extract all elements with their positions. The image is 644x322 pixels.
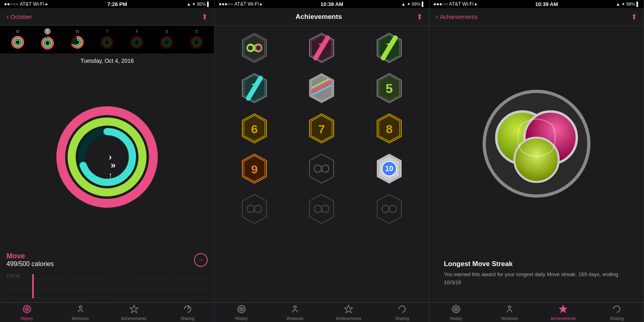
svg-point-102 bbox=[455, 308, 457, 310]
svg-text:7: 7 bbox=[319, 41, 325, 54]
week-day-wed[interactable]: W bbox=[64, 29, 91, 50]
svg-text:↑: ↑ bbox=[108, 171, 112, 180]
tab-achievements-2[interactable]: Achievements bbox=[322, 303, 375, 322]
svg-text:7: 7 bbox=[251, 81, 258, 94]
main-ring-svg: › » ↑ bbox=[51, 101, 163, 213]
badge-locked-3[interactable] bbox=[371, 191, 407, 227]
tab-sharing-label-1: Sharing bbox=[181, 316, 194, 321]
tab-workouts-label-2: Workouts bbox=[287, 316, 303, 321]
tab-bar-1: History Workouts Achievements Sharing bbox=[0, 302, 214, 322]
svg-point-41 bbox=[26, 308, 28, 310]
svg-text:9: 9 bbox=[251, 163, 258, 176]
nav-share-button-3[interactable]: ⬆ bbox=[631, 12, 637, 21]
achievements-row-1: 7 7 bbox=[223, 30, 421, 66]
nav-back-button-3[interactable]: ‹ Achievements bbox=[436, 12, 478, 21]
status-bar-2: ●●●○○ AT&T Wi-Fi ▸ 10:39 AM ▲ ✦ 98% ▌ bbox=[215, 0, 429, 8]
tab-achievements-1[interactable]: Achievements bbox=[107, 303, 161, 322]
svg-text:»: » bbox=[111, 160, 116, 170]
svg-point-92 bbox=[241, 308, 242, 310]
badge-locked-2[interactable] bbox=[303, 191, 340, 227]
week-day-sat[interactable]: S bbox=[153, 29, 180, 50]
achievements-row-2: 7 bbox=[223, 70, 421, 106]
nav-title-2: Achievements bbox=[295, 13, 342, 21]
badge-gold-7[interactable]: 7 bbox=[303, 110, 340, 147]
svg-point-101 bbox=[454, 307, 458, 311]
svg-marker-94 bbox=[345, 305, 353, 313]
badge-cyan-7[interactable]: 7 bbox=[236, 70, 272, 106]
day-label-wed: W bbox=[75, 29, 79, 34]
history-icon-3 bbox=[451, 304, 461, 316]
chart-line-1 bbox=[6, 278, 208, 279]
nav-back-button-1[interactable]: ‹ October bbox=[6, 12, 32, 21]
tab-workouts-1[interactable]: Workouts bbox=[54, 303, 107, 322]
tab-sharing-3[interactable]: Sharing bbox=[590, 303, 644, 322]
day-label-sat: S bbox=[165, 29, 168, 34]
badge-green-7[interactable]: 7 bbox=[371, 30, 407, 66]
badge-gold-6[interactable]: 6 bbox=[236, 110, 272, 147]
tab-workouts-2[interactable]: Workouts bbox=[268, 303, 322, 322]
badge-outline-infinity[interactable] bbox=[303, 151, 340, 187]
day-label-tue-today: T bbox=[44, 28, 51, 35]
day-label-sun: S bbox=[195, 29, 198, 34]
tab-workouts-3[interactable]: Workouts bbox=[483, 303, 537, 322]
tab-history-3[interactable]: History bbox=[429, 303, 483, 322]
week-day-thu[interactable]: T bbox=[93, 29, 121, 50]
move-value: 499/500 calories bbox=[6, 260, 54, 268]
detail-badge-large bbox=[472, 34, 601, 254]
ring-sun bbox=[189, 35, 204, 50]
panel3-body: Longest Move Streak You earned this awar… bbox=[429, 26, 644, 302]
tab-history-1[interactable]: History bbox=[0, 303, 54, 322]
tab-sharing-1[interactable]: Sharing bbox=[161, 303, 214, 322]
detail-title: Longest Move Streak bbox=[444, 260, 629, 268]
week-day-fri[interactable]: F bbox=[123, 29, 151, 50]
tab-achievements-3[interactable]: Achievements bbox=[537, 303, 590, 322]
status-left-2: ●●●○○ AT&T Wi-Fi ▸ bbox=[219, 1, 262, 7]
ring-mon bbox=[10, 35, 25, 50]
nav-share-button-1[interactable]: ⬆ bbox=[202, 12, 208, 21]
move-row: Move 499/500 calories → bbox=[6, 252, 208, 268]
nav-share-button-2[interactable]: ⬆ bbox=[417, 12, 423, 21]
badge-rainbow[interactable] bbox=[303, 70, 340, 106]
badge-infinity-color[interactable] bbox=[236, 30, 272, 66]
chart-bar bbox=[32, 274, 34, 298]
ring-tue bbox=[40, 36, 55, 50]
tab-sharing-label-3: Sharing bbox=[610, 316, 623, 321]
week-day-mon[interactable]: M bbox=[4, 29, 31, 50]
tab-sharing-2[interactable]: Sharing bbox=[376, 303, 429, 322]
badge-blue-10[interactable]: 10 bbox=[371, 151, 407, 187]
svg-point-39 bbox=[23, 305, 31, 313]
activity-panel: ●●○○○ AT&T Wi-Fi ▸ 7:26 PM ▲ ✦ 85% ▌ ‹ O… bbox=[0, 0, 215, 322]
day-label-mon: M bbox=[16, 29, 19, 34]
achievements-row-4: 9 10 bbox=[223, 151, 421, 187]
ring-sat bbox=[159, 35, 174, 50]
day-label-fri: F bbox=[136, 29, 138, 34]
nav-bar-2: Achievements ⬆ bbox=[215, 8, 429, 26]
move-detail-button[interactable]: → bbox=[194, 253, 208, 267]
chevron-left-icon-3: ‹ bbox=[436, 12, 438, 21]
ring-wed bbox=[70, 35, 85, 50]
status-time-3: 10:39 AM bbox=[535, 1, 558, 7]
svg-point-91 bbox=[239, 307, 244, 311]
badge-pink-7[interactable]: 7 bbox=[303, 30, 340, 66]
sharing-icon-2 bbox=[397, 304, 407, 316]
tab-achievements-label-2: Achievements bbox=[336, 316, 361, 321]
status-bar-3: ●●●○○ AT&T Wi-Fi ▸ 10:39 AM ▲ ✦ 98% ▌ bbox=[429, 0, 644, 8]
tab-history-2[interactable]: History bbox=[215, 303, 268, 322]
tab-history-label-1: History bbox=[21, 316, 33, 321]
svg-text:10: 10 bbox=[385, 165, 393, 173]
tab-workouts-label-3: Workouts bbox=[501, 316, 518, 321]
svg-point-103 bbox=[508, 306, 511, 308]
svg-text:7: 7 bbox=[318, 122, 325, 136]
week-day-sun[interactable]: S bbox=[183, 29, 210, 50]
badge-locked-1[interactable] bbox=[236, 191, 272, 227]
chart-area: 175CAL bbox=[0, 270, 214, 302]
tab-sharing-label-2: Sharing bbox=[395, 316, 409, 321]
week-day-tue[interactable]: T bbox=[34, 28, 61, 50]
tab-workouts-label-1: Workouts bbox=[72, 316, 89, 321]
badge-green-5[interactable]: 5 bbox=[371, 70, 407, 106]
detail-badge-svg bbox=[476, 83, 597, 204]
week-strip: M T W bbox=[0, 26, 214, 54]
badge-gold-8[interactable]: 8 bbox=[371, 110, 407, 147]
status-time-2: 10:39 AM bbox=[320, 1, 343, 7]
badge-orange-9[interactable]: 9 bbox=[236, 151, 272, 187]
